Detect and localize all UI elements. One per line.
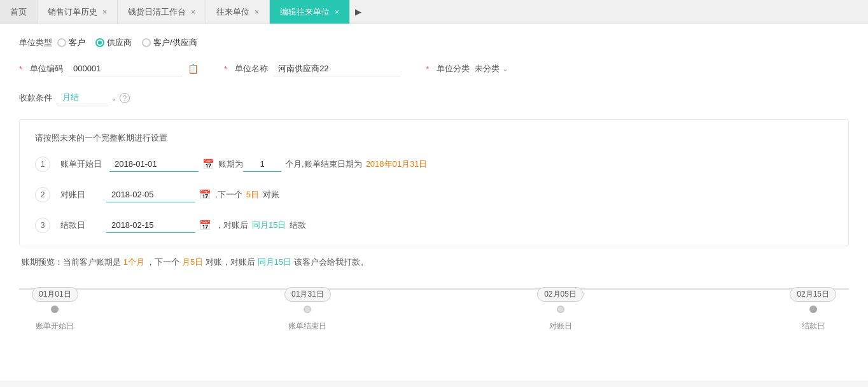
radio-both-circle xyxy=(142,38,151,47)
unit-name-label: 单位名称 xyxy=(235,63,268,74)
unit-type-row: 单位类型 客户 供应商 客户/供应商 xyxy=(19,37,849,48)
step-1-period-input[interactable] xyxy=(243,157,281,172)
step-3-suffix: 结款 xyxy=(290,220,306,231)
timeline-node-0: 01月01日 账单开始日 xyxy=(32,287,78,332)
tab-partner[interactable]: 往来单位 × xyxy=(206,0,270,24)
step-1-row: 1 账单开始日 📅 账期为 个月,账单结束日期为 2018年01月31日 xyxy=(35,157,833,172)
tab-cash-work-close[interactable]: × xyxy=(191,8,195,17)
step-3-calendar-icon[interactable]: 📅 xyxy=(199,220,211,231)
node-2-dot xyxy=(557,306,564,313)
step-2-row: 2 对账日 📅 ,下一个 5日 对账 xyxy=(35,187,833,202)
code-copy-icon[interactable]: 📋 xyxy=(188,64,199,74)
step-2-num: 2 xyxy=(35,187,50,202)
step-1-num: 1 xyxy=(35,157,50,172)
payment-help-icon[interactable]: ? xyxy=(120,93,130,103)
radio-supplier-circle xyxy=(95,38,104,47)
node-0-label: 账单开始日 xyxy=(36,321,74,332)
step-1-mid: 账期为 xyxy=(218,158,243,170)
timeline-node-3: 02月15日 结款日 xyxy=(790,287,836,332)
tab-home[interactable]: 首页 xyxy=(0,0,38,24)
step-3-highlight: 同月15日 xyxy=(252,220,286,231)
unit-type-radio-group: 客户 供应商 客户/供应商 xyxy=(57,37,197,48)
tab-cash-work[interactable]: 钱货日清工作台 × xyxy=(118,0,206,24)
payment-arrow[interactable]: ⌄ xyxy=(111,94,117,102)
node-3-label: 结款日 xyxy=(802,321,825,332)
unit-code-label: 单位编码 xyxy=(30,63,63,74)
step-2-date-input[interactable] xyxy=(106,187,195,202)
payment-row: 收款条件 月结 ⌄ ? xyxy=(19,89,849,106)
code-star: * xyxy=(19,64,22,74)
node-1-badge: 01月31日 xyxy=(284,287,331,302)
main-content: 单位类型 客户 供应商 客户/供应商 * 单位编码 📋 * 单位名称 xyxy=(0,24,868,381)
payment-value: 月结 xyxy=(57,89,108,106)
step-2-calendar-icon[interactable]: 📅 xyxy=(199,189,211,201)
node-1-label: 账单结束日 xyxy=(288,321,326,332)
payment-dropdown[interactable]: 月结 ⌄ xyxy=(57,89,117,106)
payment-label: 收款条件 xyxy=(19,92,52,104)
step-3-prefix: ，对账后 xyxy=(215,220,248,231)
timeline-node-2: 02月05日 对账日 xyxy=(537,287,584,332)
node-2-badge: 02月05日 xyxy=(537,287,584,302)
preview-prefix: 账期预览：当前客户账期是 xyxy=(22,257,121,267)
timeline-container: 01月01日 账单开始日 01月31日 账单结束日 02月05日 对账日 02月… xyxy=(19,281,849,351)
unit-type-label: 单位类型 xyxy=(19,37,52,48)
node-0-badge: 01月01日 xyxy=(32,287,78,302)
timeline-node-1: 01月31日 账单结束日 xyxy=(284,287,331,332)
step-3-date-input[interactable] xyxy=(106,218,195,233)
unit-class-group: * 单位分类 未分类 ⌄ xyxy=(426,63,508,74)
tab-edit-partner-label: 编辑往来单位 xyxy=(280,6,330,18)
step-1-suffix-before: 个月,账单结束日期为 xyxy=(285,158,362,170)
step-1-date-input[interactable] xyxy=(109,157,199,172)
preview-part2: 月5日 xyxy=(182,257,203,267)
unit-code-input[interactable] xyxy=(68,61,183,76)
preview-sep1: ，下一个 xyxy=(146,257,179,267)
step-1-calendar-icon[interactable]: 📅 xyxy=(202,158,214,170)
node-1-dot xyxy=(304,306,311,313)
preview-part3: 同月15日 xyxy=(258,257,291,267)
radio-both[interactable]: 客户/供应商 xyxy=(142,37,197,48)
step-2-prefix: ,下一个 xyxy=(215,189,242,201)
preview-text: 账期预览：当前客户账期是 1个月 ，下一个 月5日 对账，对账后 同月15日 该… xyxy=(19,257,849,268)
step-2-highlight: 5日 xyxy=(246,189,259,201)
tab-more-button[interactable]: ▶ xyxy=(350,0,367,24)
preview-sep2: 对账，对账后 xyxy=(206,257,255,267)
step-3-num: 3 xyxy=(35,218,50,233)
tab-sales-history[interactable]: 销售订单历史 × xyxy=(38,0,118,24)
radio-customer[interactable]: 客户 xyxy=(57,37,85,48)
step-1-label: 账单开始日 xyxy=(60,158,102,170)
tab-sales-history-close[interactable]: × xyxy=(102,8,107,17)
unit-class-value: 未分类 xyxy=(475,63,500,74)
unit-class-label: 单位分类 xyxy=(437,63,470,74)
radio-supplier-label: 供应商 xyxy=(107,37,132,48)
node-3-dot xyxy=(809,306,817,313)
node-0-dot xyxy=(51,306,59,313)
step-2-label: 对账日 xyxy=(60,189,99,201)
tab-edit-partner[interactable]: 编辑往来单位 × xyxy=(270,0,350,24)
class-star: * xyxy=(426,64,429,74)
unit-info-row: * 单位编码 📋 * 单位名称 * 单位分类 未分类 ⌄ xyxy=(19,61,849,76)
radio-both-label: 客户/供应商 xyxy=(153,37,197,48)
unit-code-group: * 单位编码 📋 xyxy=(19,61,199,76)
tab-home-label: 首页 xyxy=(10,6,27,18)
unit-class-arrow[interactable]: ⌄ xyxy=(502,64,508,73)
panel-title: 请按照未来的一个完整帐期进行设置 xyxy=(35,132,833,144)
tab-partner-close[interactable]: × xyxy=(255,8,259,17)
name-star: * xyxy=(224,64,227,74)
node-2-label: 对账日 xyxy=(549,321,572,332)
radio-customer-label: 客户 xyxy=(69,37,85,48)
tab-edit-partner-close[interactable]: × xyxy=(335,8,339,17)
settings-panel: 请按照未来的一个完整帐期进行设置 1 账单开始日 📅 账期为 个月,账单结束日期… xyxy=(19,119,849,246)
radio-supplier[interactable]: 供应商 xyxy=(95,37,132,48)
tab-partner-label: 往来单位 xyxy=(216,6,249,18)
unit-class-dropdown[interactable]: 未分类 ⌄ xyxy=(475,63,508,74)
timeline-nodes: 01月01日 账单开始日 01月31日 账单结束日 02月05日 对账日 02月… xyxy=(32,287,836,332)
tab-sales-history-label: 销售订单历史 xyxy=(48,6,97,18)
tab-cash-work-label: 钱货日清工作台 xyxy=(128,6,186,18)
tab-bar: 首页 销售订单历史 × 钱货日清工作台 × 往来单位 × 编辑往来单位 × ▶ xyxy=(0,0,868,24)
preview-suffix: 该客户会给我打款。 xyxy=(294,257,368,267)
step-3-label: 结款日 xyxy=(60,220,99,231)
radio-customer-circle xyxy=(57,38,66,47)
unit-name-input[interactable] xyxy=(273,61,400,76)
unit-name-group: * 单位名称 xyxy=(224,61,400,76)
preview-part1: 1个月 xyxy=(123,257,144,267)
